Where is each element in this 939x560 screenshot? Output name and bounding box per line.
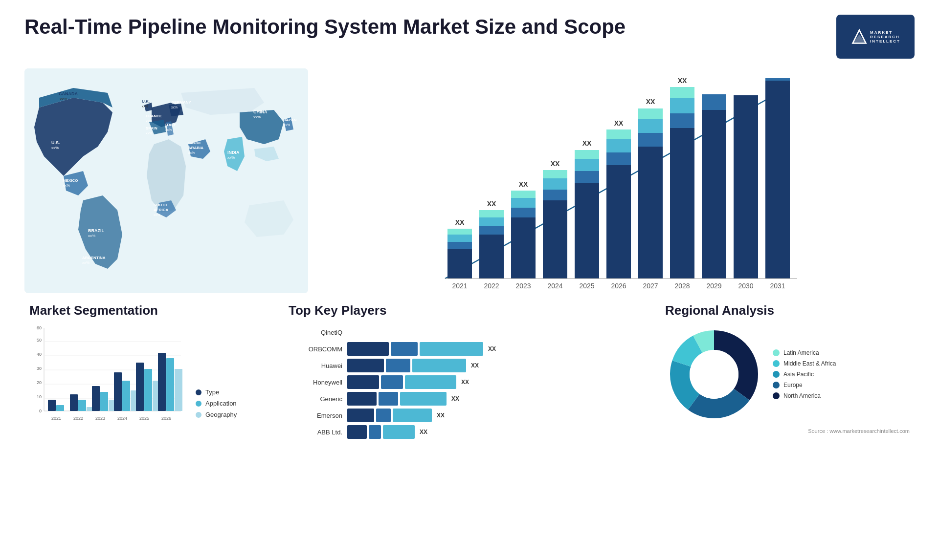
svg-text:20: 20 xyxy=(37,380,42,385)
page-title: Real-Time Pipeline Monitoring System Mar… xyxy=(24,15,626,39)
dot-north-america xyxy=(773,392,780,399)
svg-text:SOUTH: SOUTH xyxy=(154,203,167,207)
players-section: Top Key Players QinetiQ ORBCOMM XX xyxy=(284,303,646,439)
svg-text:2023: 2023 xyxy=(515,282,531,290)
legend-geography: Geography xyxy=(196,411,237,418)
svg-text:xx%: xx% xyxy=(154,213,160,216)
svg-text:xx%: xx% xyxy=(171,106,178,109)
svg-rect-78 xyxy=(734,95,758,279)
svg-rect-49 xyxy=(511,191,536,198)
bar-mid xyxy=(391,342,418,356)
bar-mid xyxy=(369,425,381,439)
svg-text:SPAIN: SPAIN xyxy=(146,126,157,130)
svg-rect-37 xyxy=(447,242,472,249)
svg-text:XX: XX xyxy=(455,218,465,226)
svg-text:xx%: xx% xyxy=(142,105,148,108)
legend-dot-geography xyxy=(196,412,201,418)
player-row-qinetiq: QinetiQ xyxy=(289,325,641,339)
svg-rect-53 xyxy=(543,178,567,190)
svg-rect-123 xyxy=(144,369,152,411)
svg-rect-62 xyxy=(606,152,631,165)
svg-text:U.K.: U.K. xyxy=(142,99,150,104)
player-name-honeywell: Honeywell xyxy=(289,379,342,386)
svg-text:xx%: xx% xyxy=(146,131,152,135)
regional-content: Latin America Middle East & Africa Asia … xyxy=(665,325,910,423)
bar-dark xyxy=(347,342,389,356)
svg-rect-128 xyxy=(175,369,182,411)
player-bars-honeywell: XX xyxy=(347,375,641,389)
svg-text:60: 60 xyxy=(37,325,42,330)
svg-rect-107 xyxy=(48,400,56,411)
legend-mea: Middle East & Africa xyxy=(773,360,836,367)
player-row-emerson: Emerson XX xyxy=(289,409,641,422)
player-name-abb: ABB Ltd. xyxy=(289,429,342,436)
player-row-orbcomm: ORBCOMM XX xyxy=(289,342,641,356)
logo-icon xyxy=(850,28,868,45)
svg-rect-77 xyxy=(702,94,726,110)
svg-text:2025: 2025 xyxy=(139,416,149,421)
logo-box: MARKET RESEARCH INTELLECT xyxy=(836,15,915,59)
svg-text:SAUDI: SAUDI xyxy=(188,141,201,145)
svg-rect-48 xyxy=(511,198,536,208)
svg-text:xx%: xx% xyxy=(188,151,195,154)
svg-rect-47 xyxy=(511,208,536,217)
svg-rect-71 xyxy=(670,128,694,279)
svg-rect-54 xyxy=(543,170,567,178)
svg-text:2021: 2021 xyxy=(452,282,467,290)
svg-rect-63 xyxy=(606,139,631,152)
svg-text:AFRICA: AFRICA xyxy=(154,208,168,212)
legend-application: Application xyxy=(196,400,237,407)
bar-dark xyxy=(347,392,377,406)
svg-text:0: 0 xyxy=(39,409,42,413)
bar-light xyxy=(383,425,415,439)
svg-text:MEXICO: MEXICO xyxy=(63,178,78,183)
svg-text:ARGENTINA: ARGENTINA xyxy=(82,256,106,260)
player-name-qinetiq: QinetiQ xyxy=(289,329,342,336)
players-list: QinetiQ ORBCOMM XX Huawei xyxy=(289,325,641,439)
player-bars-generic: XX xyxy=(347,392,641,406)
svg-rect-110 xyxy=(70,394,78,411)
player-bars-huawei: XX xyxy=(347,359,641,372)
segmentation-section: Market Segmentation 0 10 20 30 40 50 60 xyxy=(24,303,269,433)
logo-line3: INTELLECT xyxy=(870,39,900,43)
svg-text:XX: XX xyxy=(487,200,496,208)
player-name-generic: Generic xyxy=(289,395,342,403)
svg-rect-44 xyxy=(479,210,504,217)
svg-text:2022: 2022 xyxy=(73,416,83,421)
svg-text:xx%: xx% xyxy=(165,128,172,131)
svg-text:2025: 2025 xyxy=(579,282,594,290)
regional-title: Regional Analysis xyxy=(665,303,910,318)
dot-europe xyxy=(773,382,780,388)
svg-text:ARABIA: ARABIA xyxy=(188,146,203,150)
svg-text:XX: XX xyxy=(519,180,528,188)
svg-rect-42 xyxy=(479,226,504,235)
page-container: Real-Time Pipeline Monitoring System Mar… xyxy=(0,0,939,560)
bar-2021-dark xyxy=(447,249,472,279)
regional-legend: Latin America Middle East & Africa Asia … xyxy=(773,349,836,399)
world-map-section: CANADA xx% U.S. xx% MEXICO xx% BRAZIL xx… xyxy=(24,68,308,293)
svg-text:2023: 2023 xyxy=(95,416,105,421)
svg-text:GERMANY: GERMANY xyxy=(171,100,192,105)
segmentation-legend: Type Application Geography xyxy=(196,388,237,433)
legend-asia-pacific: Asia Pacific xyxy=(773,371,836,378)
growth-chart-section: XX XX XX XX xyxy=(318,68,915,293)
svg-rect-43 xyxy=(479,217,504,226)
svg-text:2024: 2024 xyxy=(117,416,127,421)
bar-mid xyxy=(379,392,398,406)
svg-text:CHINA: CHINA xyxy=(253,109,268,114)
svg-text:30: 30 xyxy=(37,366,42,371)
player-name-orbcomm: ORBCOMM xyxy=(289,345,342,353)
svg-rect-74 xyxy=(670,87,694,98)
legend-latin-america: Latin America xyxy=(773,349,836,356)
svg-text:xx%: xx% xyxy=(82,260,89,265)
svg-text:50: 50 xyxy=(37,338,42,343)
legend-europe: Europe xyxy=(773,382,836,388)
donut-chart xyxy=(665,325,763,423)
svg-rect-64 xyxy=(606,129,631,139)
regional-section: Regional Analysis xyxy=(660,303,915,434)
svg-text:CANADA: CANADA xyxy=(59,91,78,96)
svg-text:2028: 2028 xyxy=(674,282,690,290)
svg-text:2024: 2024 xyxy=(547,282,562,290)
player-row-honeywell: Honeywell XX xyxy=(289,375,641,389)
player-bars-emerson: XX xyxy=(347,409,641,422)
